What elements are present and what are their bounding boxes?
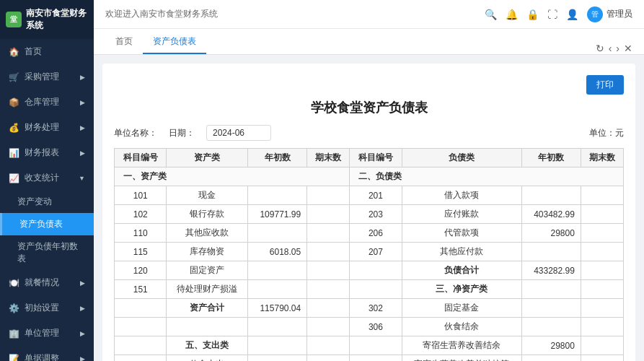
procurement-icon: 🛒 — [9, 72, 19, 82]
right-code: 203 — [350, 205, 402, 224]
right-name: 寄宿生营养改善结余 — [402, 336, 521, 355]
sidebar-item-procurement[interactable]: 🛒 采购管理 ▶ — [0, 64, 94, 90]
print-button[interactable]: 打印 — [586, 75, 624, 95]
topbar-icons: 🔍 🔔 🔒 ⛶ 👤 管 管理员 — [485, 6, 632, 22]
right-year: 29800 — [521, 336, 581, 355]
section-left: 一、资产类 — [115, 168, 350, 186]
refresh-icon[interactable]: ↻ — [596, 43, 604, 54]
tab-balance-sheet[interactable]: 资产负债表 — [143, 30, 206, 54]
col-left-type: 资产类 — [167, 149, 248, 168]
close-tab-icon[interactable]: ✕ — [624, 43, 632, 54]
chevron-icon: ▶ — [80, 149, 85, 157]
chevron-icon: ▶ — [80, 355, 85, 362]
left-year — [248, 261, 307, 280]
sidebar-item-unit[interactable]: 🏢 单位管理 ▶ — [0, 321, 94, 346]
table-row: 504 伙食支出 寄宿生营养改善单独核算 — [115, 355, 624, 362]
table-row: 306 伙食结余 — [115, 318, 624, 336]
table-row: 一、资产类 二、负债类 — [115, 168, 624, 186]
asset-initial-label: 资产负债年初数表 — [17, 240, 85, 265]
right-year — [521, 243, 581, 261]
left-code: 102 — [115, 205, 167, 224]
sidebar-label-adjust: 单据调整 — [25, 352, 59, 361]
table-row: 101 现金 201 借入款项 — [115, 186, 624, 205]
right-name: 其他应付款 — [402, 243, 521, 261]
sidebar-item-dining[interactable]: 🍽️ 就餐情况 ▶ — [0, 270, 94, 295]
left-end — [307, 355, 350, 362]
left-code: 120 — [115, 261, 167, 280]
sidebar-label-dining: 就餐情况 — [25, 277, 59, 289]
unit-name-label: 单位名称： — [114, 127, 157, 139]
sidebar-sub-asset-balance[interactable]: 资产负债表 — [0, 213, 94, 235]
left-name: 资产合计 — [167, 299, 248, 318]
right-year — [521, 355, 581, 362]
right-end — [581, 205, 623, 224]
sidebar-item-init[interactable]: ⚙️ 初始设置 ▶ — [0, 295, 94, 321]
right-end — [581, 280, 623, 299]
left-code: 151 — [115, 280, 167, 299]
left-end — [307, 336, 350, 355]
balance-table: 科目编号 资产类 年初数 期末数 科目编号 负债类 年初数 期末数 一、资产类 … — [114, 148, 624, 361]
left-code: 115 — [115, 243, 167, 261]
right-end — [581, 299, 623, 318]
right-year: 403482.99 — [521, 205, 581, 224]
left-end — [307, 205, 350, 224]
tab-home[interactable]: 首页 — [105, 30, 143, 54]
window-icon[interactable]: ⛶ — [547, 9, 557, 20]
left-name: 库存物资 — [167, 243, 248, 261]
adjust-icon: 📝 — [9, 354, 19, 362]
col-right-end: 期末数 — [581, 149, 623, 168]
col-right-year: 年初数 — [521, 149, 581, 168]
sidebar-sub-asset-change[interactable]: 资产变动 — [0, 191, 94, 213]
right-name: 三、净资产类 — [402, 280, 521, 299]
init-icon: ⚙️ — [9, 303, 19, 313]
finance-icon: 💰 — [9, 123, 19, 133]
sidebar-label-procurement: 采购管理 — [25, 71, 59, 83]
sidebar-item-home[interactable]: 🏠 首页 — [0, 39, 94, 64]
lock-icon[interactable]: 🔒 — [526, 9, 539, 20]
right-year: 433282.99 — [521, 261, 581, 280]
nav-back-icon[interactable]: ‹ — [609, 43, 612, 54]
sidebar-item-report[interactable]: 📊 财务报表 ▶ — [0, 140, 94, 165]
sidebar-item-expense[interactable]: 📈 收支统计 ▼ — [0, 165, 94, 191]
sidebar-label-finance: 财务处理 — [25, 121, 59, 134]
right-code: 206 — [350, 224, 402, 243]
left-year — [248, 224, 307, 243]
date-input[interactable] — [206, 125, 271, 141]
report-icon: 📊 — [9, 148, 19, 158]
user-badge[interactable]: 管 管理员 — [587, 6, 632, 22]
table-row: 五、支出类 寄宿生营养改善结余 29800 — [115, 336, 624, 355]
bell-icon[interactable]: 🔔 — [506, 9, 518, 20]
left-year — [248, 318, 307, 336]
sidebar-item-warehouse[interactable]: 📦 仓库管理 ▶ — [0, 90, 94, 115]
unit-right-label: 单位：元 — [589, 127, 624, 139]
toolbar: 单位名称： 日期： 单位：元 — [114, 125, 624, 141]
left-code: 110 — [115, 224, 167, 243]
chevron-icon: ▶ — [80, 124, 85, 131]
right-year — [521, 280, 581, 299]
left-name: 固定资产 — [167, 261, 248, 280]
tabbar: 首页 资产负债表 ↻ ‹ › ✕ — [94, 29, 644, 55]
sidebar-item-finance[interactable]: 💰 财务处理 ▶ — [0, 115, 94, 140]
left-end — [307, 186, 350, 205]
warehouse-icon: 📦 — [9, 97, 19, 108]
date-label: 日期： — [169, 127, 195, 139]
refresh-controls: ↻ ‹ › ✕ — [596, 43, 632, 54]
search-icon[interactable]: 🔍 — [485, 9, 497, 20]
left-name — [167, 318, 248, 336]
page-card: 打印 学校食堂资产负债表 单位名称： 日期： 单位：元 科目编号 资产类 — [102, 64, 635, 361]
welcome-message: 欢迎进入南安市食堂财务系统 — [105, 8, 477, 20]
expense-icon: 📈 — [9, 173, 19, 183]
sidebar-item-adjust[interactable]: 📝 单据调整 ▶ — [0, 346, 94, 361]
right-code — [350, 336, 402, 355]
col-left-code: 科目编号 — [115, 149, 167, 168]
asset-change-label: 资产变动 — [17, 196, 52, 208]
left-end — [307, 280, 350, 299]
user-icon[interactable]: 👤 — [566, 9, 578, 20]
sidebar-sub-asset-initial[interactable]: 资产负债年初数表 — [0, 235, 94, 270]
nav-forward-icon[interactable]: › — [616, 43, 619, 54]
left-end — [307, 224, 350, 243]
unit-icon: 🏢 — [9, 329, 19, 339]
left-year — [248, 355, 307, 362]
right-code — [350, 280, 402, 299]
left-name: 五、支出类 — [167, 336, 248, 355]
